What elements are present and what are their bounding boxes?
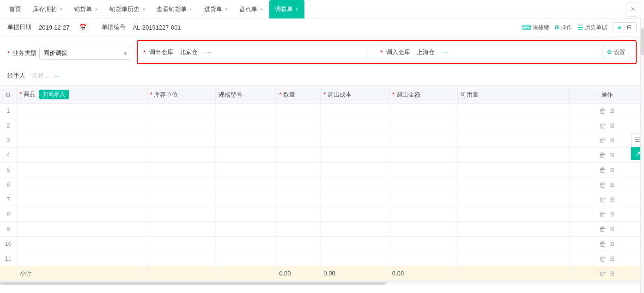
horizontal-scrollbar[interactable] <box>0 281 644 285</box>
transfer-out-value: 北京仓 <box>180 48 198 56</box>
row-2-quantity[interactable] <box>276 118 321 133</box>
copy-icon[interactable]: ⊞ <box>609 211 614 218</box>
document-toolbar: 单据日期 2019-12-27 📅 单据编号 AL-20191227-001 ⌨… <box>0 18 644 37</box>
transfer-out-field: * 调出仓库 北京仓 ··· <box>143 48 358 56</box>
history-button[interactable]: ☰ 历史单据 <box>577 24 607 31</box>
copy-icon[interactable]: ⊞ <box>609 166 614 173</box>
tab-inventory-check[interactable]: 盘点单 × <box>234 0 269 18</box>
unit-required: * <box>150 91 152 98</box>
subtotal-row: 小计 0.00 0.00 0.00 🗑 ⊞ <box>0 266 644 281</box>
copy-icon[interactable]: ⊞ <box>609 255 614 262</box>
row-1-cost[interactable] <box>321 104 389 118</box>
tab-purchase-order-close[interactable]: × <box>225 6 228 12</box>
shortcut-label: 快捷键 <box>533 24 549 31</box>
business-type-select[interactable]: 同价调拨 ▾ <box>39 47 131 60</box>
row-1-amount[interactable] <box>389 104 458 118</box>
th-gear: ⚙ <box>0 86 17 104</box>
delete-icon[interactable]: 🗑 <box>599 196 606 203</box>
tab-sales-history-close[interactable]: × <box>142 6 145 12</box>
row-1-product[interactable] <box>17 104 147 118</box>
table-row: 11 🗑⊞ <box>0 251 644 266</box>
copy-icon[interactable]: ⊞ <box>609 152 614 159</box>
row-1-spec[interactable] <box>216 104 276 118</box>
business-type-value: 同价调拨 <box>43 49 67 57</box>
copy-icon[interactable]: ⊞ <box>609 181 614 188</box>
number-value: AL-20191227-001 <box>133 24 181 31</box>
row-num-9: 9 <box>0 222 17 237</box>
delete-icon[interactable]: 🗑 <box>599 255 606 262</box>
copy-icon[interactable]: ⊞ <box>609 137 614 144</box>
window-close-button[interactable]: × <box>626 2 640 17</box>
subtotal-copy-icon[interactable]: ⊞ <box>609 270 614 277</box>
operation-button[interactable]: ⊞ 操作 <box>555 24 572 31</box>
row-1-quantity[interactable] <box>276 104 321 118</box>
tab-view-sales-close[interactable]: × <box>189 6 192 12</box>
transfer-in-required: * <box>380 49 383 56</box>
delete-icon[interactable]: 🗑 <box>599 240 606 248</box>
transfer-out-ellipsis[interactable]: ··· <box>205 48 211 56</box>
tab-view-sales[interactable]: 查看销货单 × <box>151 0 198 18</box>
delete-icon[interactable]: 🗑 <box>599 122 606 129</box>
row-num-6: 6 <box>0 177 17 192</box>
tab-inventory-init[interactable]: 库存期初 × <box>27 0 68 18</box>
row-num-5: 5 <box>0 163 17 177</box>
person-input[interactable]: 选择... <box>32 72 49 80</box>
business-type-label: 业务类型 <box>12 49 36 57</box>
row-2-amount[interactable] <box>389 118 458 133</box>
warehouse-divider <box>369 46 369 59</box>
scan-button[interactable]: 扫码录入 <box>39 90 69 99</box>
operation-label: 操作 <box>561 24 572 31</box>
tab-sales-order-close[interactable]: × <box>95 6 97 12</box>
row-num-3: 3 <box>0 133 17 148</box>
calendar-icon[interactable]: 📅 <box>79 24 87 31</box>
table-row: 5 🗑⊞ <box>0 163 644 177</box>
copy-icon[interactable]: ⊞ <box>609 122 614 129</box>
delete-icon[interactable]: 🗑 <box>599 226 606 233</box>
subtotal-delete-icon[interactable]: 🗑 <box>599 270 606 277</box>
vertical-scrollbar-thumb[interactable] <box>641 28 644 55</box>
th-cost: * 调出成本 <box>321 86 389 104</box>
tab-purchase-order[interactable]: 进货单 × <box>199 0 234 18</box>
row-2-spec[interactable] <box>216 118 276 133</box>
tab-inventory-check-close[interactable]: × <box>260 6 263 12</box>
scrollbar-thumb[interactable] <box>0 282 386 285</box>
tab-home[interactable]: 首页 <box>4 0 27 18</box>
shortcut-button[interactable]: ⌨ 快捷键 <box>522 24 549 31</box>
delete-icon[interactable]: 🗑 <box>599 107 606 115</box>
delete-icon[interactable]: 🗑 <box>599 166 606 174</box>
row-2-product[interactable] <box>17 118 147 133</box>
delete-icon[interactable]: 🗑 <box>599 137 606 144</box>
cost-required: * <box>323 91 326 98</box>
subtotal-cost: 0.00 <box>321 266 389 281</box>
copy-icon[interactable]: ⊞ <box>609 107 614 114</box>
row-1-unit[interactable] <box>147 104 216 118</box>
settings-button[interactable]: ≡ ⊟ <box>613 22 637 32</box>
delete-icon[interactable]: 🗑 <box>599 211 606 218</box>
row-2-cost[interactable] <box>321 118 389 133</box>
table-row: 2 🗑 ⊞ <box>0 118 644 133</box>
row-1-action: 🗑 ⊞ <box>570 104 644 118</box>
delete-icon[interactable]: 🗑 <box>599 152 606 159</box>
tab-sales-history[interactable]: 销货单历史 × <box>104 0 151 18</box>
tab-transfer-order[interactable]: 调拨单 × <box>269 0 304 18</box>
subtotal-quantity: 0.00 <box>276 266 321 281</box>
tab-inventory-init-close[interactable]: × <box>60 6 62 12</box>
copy-icon[interactable]: ⊞ <box>609 196 614 203</box>
transfer-out-required: * <box>143 49 146 56</box>
person-ellipsis[interactable]: ··· <box>55 72 60 79</box>
row-2-unit[interactable] <box>147 118 216 133</box>
tab-sales-order[interactable]: 销货单 × <box>68 0 103 18</box>
transfer-in-ellipsis[interactable]: ··· <box>442 48 448 56</box>
table-gear-icon[interactable]: ⚙ <box>5 91 11 98</box>
warehouse-selection-box: * 调出仓库 北京仓 ··· * 调入仓库 上海仓 ··· <box>137 40 637 64</box>
copy-icon[interactable]: ⊞ <box>609 240 614 247</box>
history-icon: ☰ <box>577 24 583 31</box>
tab-sales-history-label: 销货单历史 <box>109 5 140 13</box>
th-available: 可用量 <box>458 86 570 104</box>
tab-transfer-order-close[interactable]: × <box>296 6 298 12</box>
vertical-scrollbar-track[interactable] <box>640 18 644 293</box>
copy-icon[interactable]: ⊞ <box>609 226 614 232</box>
delete-icon[interactable]: 🗑 <box>599 181 606 189</box>
warehouse-settings-button[interactable]: ⚙ 设置 <box>602 47 630 58</box>
date-label: 单据日期 <box>7 23 31 31</box>
